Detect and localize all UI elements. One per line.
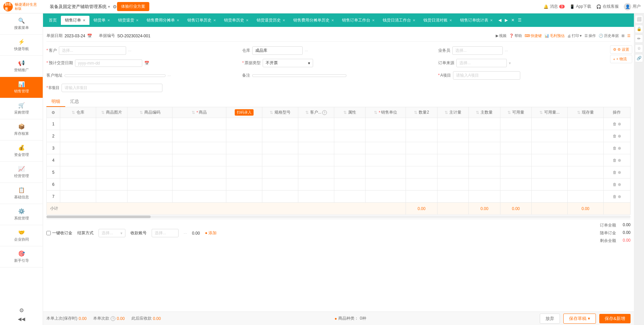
tab-expense-history[interactable]: 销售费用分摊单历史 ✕ bbox=[289, 16, 338, 25]
one-click-payment-checkbox[interactable]: 一键收订金 bbox=[46, 230, 72, 236]
sidebar-settings-icon[interactable]: ⚙ bbox=[19, 307, 24, 314]
tab-close-icon[interactable]: ✕ bbox=[83, 18, 85, 22]
remark-input[interactable] bbox=[252, 74, 346, 77]
tab-sales-workbench[interactable]: 销售订单工作台 ✕ bbox=[338, 16, 379, 25]
th-settings[interactable]: ⚙ bbox=[47, 107, 60, 118]
row-copy-icon[interactable]: ⊕ bbox=[618, 122, 621, 126]
row-delete-icon[interactable]: 🗑 bbox=[613, 182, 617, 187]
payment-method-select[interactable]: 选择... ▾ bbox=[99, 229, 125, 237]
tab-prev-icon[interactable]: ◀ bbox=[497, 18, 503, 23]
account-select[interactable]: 选择... bbox=[152, 229, 179, 237]
tab-sales-invoice[interactable]: 销货单 ✕ bbox=[89, 16, 114, 25]
sort-icon[interactable]: ⇅ bbox=[577, 110, 580, 115]
draft-dropdown-icon[interactable]: ▾ bbox=[588, 316, 590, 321]
tab-close-icon[interactable]: ✕ bbox=[177, 18, 179, 22]
address-more-icon[interactable]: ··· bbox=[167, 73, 171, 78]
row-delete-icon[interactable]: 🗑 bbox=[613, 170, 617, 175]
sort-icon[interactable]: ⇅ bbox=[445, 110, 448, 115]
tab-close-icon[interactable]: ✕ bbox=[449, 18, 452, 22]
sort-icon[interactable]: ⇅ bbox=[140, 110, 143, 115]
sort-icon[interactable]: ⇅ bbox=[270, 110, 273, 115]
tab-detail[interactable]: 明细 bbox=[46, 97, 65, 107]
tab-summary[interactable]: 汇总 bbox=[65, 97, 84, 107]
tab-close-icon[interactable]: ✕ bbox=[246, 18, 249, 22]
customer-more-icon[interactable]: ··· bbox=[128, 48, 131, 53]
help-icon[interactable]: ? bbox=[111, 316, 115, 321]
save-new-btn[interactable]: 保存&新增 bbox=[599, 314, 631, 323]
row-delete-icon[interactable]: 🗑 bbox=[613, 134, 617, 138]
tab-sales-expense[interactable]: 销售费用分摊单 ✕ bbox=[143, 16, 183, 25]
tab-sales-stats[interactable]: 销售订单统计表 ✕ bbox=[456, 16, 497, 25]
one-click-checkbox[interactable] bbox=[46, 231, 51, 235]
tab-sales-order[interactable]: 销售订单 ✕ bbox=[61, 16, 89, 25]
scroll-thumb[interactable] bbox=[46, 215, 151, 218]
sort-icon[interactable]: ⇅ bbox=[192, 110, 195, 115]
row-delete-icon[interactable]: 🗑 bbox=[613, 194, 617, 199]
discard-btn[interactable]: 放弃 bbox=[540, 314, 560, 324]
row-delete-icon[interactable]: 🗑 bbox=[613, 146, 617, 151]
operations-btn[interactable]: ☰ 操作 bbox=[584, 33, 596, 38]
user-btn[interactable]: 👤 用户 bbox=[624, 3, 641, 10]
sidebar-item-sales[interactable]: 📊 销售管理 bbox=[0, 77, 43, 98]
sort-icon[interactable]: ⇅ bbox=[72, 110, 75, 115]
right-btn-2[interactable]: 🔒 bbox=[635, 25, 643, 33]
sort-icon[interactable]: ⇅ bbox=[305, 110, 309, 115]
tab-daily-workbench[interactable]: 钱货日清工作台 ✕ bbox=[379, 16, 419, 25]
row-copy-icon[interactable]: ⊕ bbox=[618, 158, 621, 163]
a-project-input[interactable]: 请输入A项目 bbox=[453, 71, 520, 80]
notification-btn[interactable]: 🔔 消息 9 bbox=[543, 4, 565, 9]
tab-close-all-icon[interactable]: ✕ bbox=[509, 18, 516, 23]
tab-close-icon[interactable]: ✕ bbox=[136, 18, 139, 22]
sort-icon[interactable]: ⇅ bbox=[101, 110, 105, 115]
tab-home[interactable]: 首页 bbox=[45, 16, 61, 25]
tab-invoice-history[interactable]: 销货单历史 ✕ bbox=[220, 16, 253, 25]
sidebar-item-system[interactable]: ⚙️ 系统管理 bbox=[0, 204, 43, 225]
warehouse-input[interactable]: 成品库 bbox=[252, 46, 303, 55]
horizontal-scrollbar[interactable] bbox=[46, 215, 631, 218]
sidebar-item-navigation[interactable]: ⚡ 快捷导航 bbox=[0, 35, 43, 56]
sidebar-item-finance[interactable]: 💰 资金管理 bbox=[0, 140, 43, 162]
right-btn-4[interactable]: ☆ bbox=[635, 44, 643, 52]
scan-btn[interactable]: 扫码录入 bbox=[235, 109, 254, 116]
invoice-type-select[interactable]: 不开票 ▾ bbox=[263, 59, 313, 67]
sidebar-item-collab[interactable]: 🤝 企业协同 bbox=[0, 225, 43, 246]
sort-icon[interactable]: ⇅ bbox=[343, 110, 347, 115]
tab-close-icon[interactable]: ✕ bbox=[490, 18, 493, 22]
sidebar-item-basic-info[interactable]: 📋 基础信息 bbox=[0, 183, 43, 204]
row-copy-icon[interactable]: ⊕ bbox=[618, 194, 621, 199]
tab-daily-reconcile[interactable]: 钱货日清对账 ✕ bbox=[419, 16, 456, 25]
customer-input[interactable]: 选择... bbox=[59, 46, 126, 55]
sort-icon[interactable]: ⇅ bbox=[414, 110, 417, 115]
grid-view-icon[interactable]: ⊞ bbox=[621, 34, 624, 38]
salesperson-input[interactable]: 选择... bbox=[452, 46, 503, 55]
calendar-delivery-icon[interactable]: 📅 bbox=[144, 61, 149, 66]
tab-menu-icon[interactable]: ☰ bbox=[516, 18, 523, 23]
sidebar-collapse-icon[interactable]: ◀◀ bbox=[18, 316, 25, 322]
order-source-dropdown-icon[interactable]: ▾ bbox=[509, 61, 511, 66]
settings-float-btn[interactable]: ⚙ ⚙ 设置 bbox=[610, 45, 632, 54]
help-icon[interactable]: ? bbox=[322, 110, 327, 115]
dots-icon[interactable]: ··· bbox=[184, 231, 187, 236]
row-copy-icon[interactable]: ⊕ bbox=[618, 170, 621, 175]
industry-btn[interactable]: 体验行业方案 bbox=[117, 2, 149, 11]
settings-col-icon[interactable]: ⚙ bbox=[51, 110, 55, 115]
shortcut-btn[interactable]: ⌨ 快捷键 bbox=[525, 33, 542, 38]
sidebar-item-purchase[interactable]: 🛒 采购管理 bbox=[0, 98, 43, 119]
tab-sales-order-history[interactable]: 销售订单历史 ✕ bbox=[183, 16, 220, 25]
order-source-input[interactable]: 选择... bbox=[456, 59, 507, 67]
sort-icon[interactable]: ⇅ bbox=[539, 110, 543, 115]
b-project-input[interactable]: 请输入B项目 bbox=[62, 84, 162, 92]
calendar-icon[interactable]: 📅 bbox=[87, 34, 92, 38]
right-btn-1[interactable]: ⬜ bbox=[635, 15, 643, 23]
sidebar-item-tutorial[interactable]: 🎯 新手引导 bbox=[0, 246, 43, 268]
right-btn-5[interactable]: 🔗 bbox=[635, 54, 643, 62]
add-logistics-btn[interactable]: + + 物流 bbox=[610, 55, 632, 63]
profit-btn[interactable]: 📊 毛利预估 bbox=[544, 33, 565, 38]
sort-icon[interactable]: ⇅ bbox=[507, 110, 511, 115]
history-btn[interactable]: 🕐 历史单据 bbox=[599, 33, 619, 38]
dropdown-arrow-icon[interactable]: ▾ bbox=[108, 4, 110, 9]
tab-next-icon[interactable]: ▶ bbox=[503, 18, 509, 23]
view-btn[interactable]: ▶ 视频 bbox=[496, 33, 506, 38]
sort-icon[interactable]: ⇅ bbox=[374, 110, 377, 115]
tab-return-history[interactable]: 销货退货历史 ✕ bbox=[253, 16, 289, 25]
